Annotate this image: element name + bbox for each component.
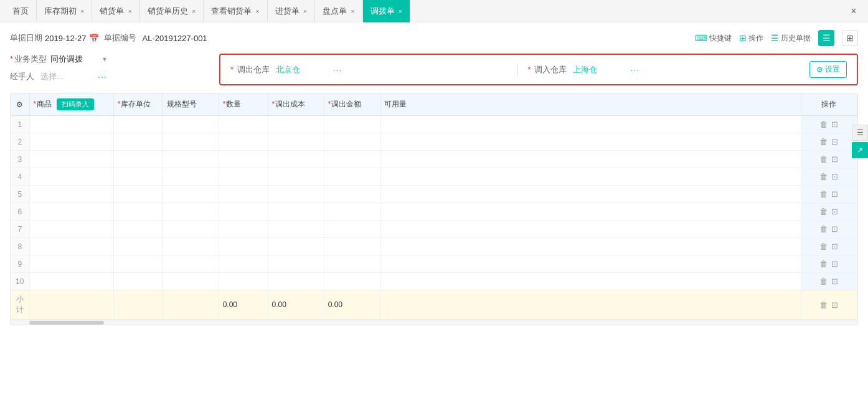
- cell-spec: [163, 168, 219, 186]
- calendar-icon[interactable]: 📅: [89, 34, 99, 43]
- cell-cost[interactable]: [268, 238, 324, 255]
- window-close-button[interactable]: ×: [844, 2, 863, 21]
- delete-icon[interactable]: 🗑: [819, 155, 828, 164]
- tab-purchase[interactable]: 进货单 ×: [268, 0, 315, 22]
- cell-amount[interactable]: [324, 221, 380, 238]
- settings-button[interactable]: ⚙ 设置: [809, 61, 847, 78]
- grid-view-btn[interactable]: ⊞: [842, 30, 858, 46]
- cell-qty[interactable]: [219, 221, 268, 238]
- copy-icon[interactable]: ⊡: [831, 300, 838, 310]
- warehouse-out-more-btn[interactable]: ···: [333, 65, 342, 75]
- tab-stocktake[interactable]: 盘点单 ×: [315, 0, 362, 22]
- copy-icon[interactable]: ⊡: [831, 224, 838, 234]
- tab-sales-history[interactable]: 销货单历史 ×: [140, 0, 204, 22]
- scrollbar[interactable]: [11, 320, 857, 325]
- cell-qty[interactable]: [219, 203, 268, 221]
- cell-amount[interactable]: [324, 168, 380, 186]
- copy-icon[interactable]: ⊡: [831, 242, 838, 251]
- warehouse-in-value[interactable]: 上海仓: [573, 64, 623, 75]
- cell-amount[interactable]: [324, 255, 380, 273]
- cell-qty[interactable]: [219, 133, 268, 151]
- list-view-btn[interactable]: ☰: [818, 30, 834, 46]
- tab-view-sales[interactable]: 查看销货单 ×: [204, 0, 267, 22]
- cell-amount[interactable]: [324, 116, 380, 133]
- copy-icon[interactable]: ⊡: [831, 189, 838, 199]
- delete-icon[interactable]: 🗑: [819, 224, 828, 234]
- cell-product[interactable]: [29, 273, 113, 290]
- cell-product[interactable]: [29, 203, 113, 221]
- delete-icon[interactable]: 🗑: [819, 277, 828, 286]
- copy-icon[interactable]: ⊡: [831, 120, 838, 129]
- cell-product[interactable]: [29, 221, 113, 238]
- cell-product[interactable]: [29, 238, 113, 255]
- cell-cost[interactable]: [268, 168, 324, 186]
- cell-cost[interactable]: [268, 186, 324, 203]
- delete-icon[interactable]: 🗑: [819, 120, 828, 129]
- shortcut-action[interactable]: ⌨ 快捷键: [695, 33, 732, 44]
- delete-icon[interactable]: 🗑: [819, 172, 828, 181]
- transfer-table: ⚙ *商品 扫码录入 *库存单位 规格型号 *数量 *调出成本: [11, 93, 857, 320]
- cell-amount[interactable]: [324, 133, 380, 151]
- tab-close-transfer[interactable]: ×: [399, 7, 402, 15]
- cell-qty[interactable]: [219, 238, 268, 255]
- copy-icon[interactable]: ⊡: [831, 172, 838, 181]
- copy-icon[interactable]: ⊡: [831, 155, 838, 164]
- cell-product[interactable]: [29, 255, 113, 273]
- tab-inventory[interactable]: 库存期初 ×: [37, 0, 92, 22]
- delete-icon[interactable]: 🗑: [819, 207, 828, 216]
- delete-icon[interactable]: 🗑: [819, 300, 828, 310]
- scan-button[interactable]: 扫码录入: [57, 98, 94, 110]
- right-panel-export-btn[interactable]: ↗: [852, 142, 868, 158]
- operation-action[interactable]: ⊞ 操作: [739, 33, 763, 44]
- cell-qty[interactable]: [219, 151, 268, 168]
- delete-icon[interactable]: 🗑: [819, 259, 828, 269]
- tab-home[interactable]: 首页: [5, 0, 37, 22]
- tab-close-stocktake[interactable]: ×: [351, 7, 354, 15]
- tab-close-sales[interactable]: ×: [128, 7, 131, 15]
- cell-qty[interactable]: [219, 116, 268, 133]
- tab-close-purchase[interactable]: ×: [303, 7, 307, 15]
- cell-amount[interactable]: [324, 186, 380, 203]
- right-panel-list-btn[interactable]: ☰: [852, 125, 868, 141]
- cell-amount[interactable]: [324, 238, 380, 255]
- copy-icon[interactable]: ⊡: [831, 207, 838, 216]
- copy-icon[interactable]: ⊡: [831, 259, 838, 269]
- cell-cost[interactable]: [268, 255, 324, 273]
- cell-qty[interactable]: [219, 186, 268, 203]
- cell-amount[interactable]: [324, 273, 380, 290]
- copy-icon[interactable]: ⊡: [831, 277, 838, 286]
- cell-cost[interactable]: [268, 151, 324, 168]
- warehouse-in-more-btn[interactable]: ···: [630, 65, 639, 75]
- delete-icon[interactable]: 🗑: [819, 242, 828, 251]
- warehouse-out-value[interactable]: 北京仓: [276, 64, 326, 75]
- cell-qty[interactable]: [219, 255, 268, 273]
- copy-icon[interactable]: ⊡: [831, 137, 838, 146]
- delete-icon[interactable]: 🗑: [819, 189, 828, 199]
- cell-qty[interactable]: [219, 273, 268, 290]
- handler-placeholder[interactable]: 选择...: [40, 71, 90, 82]
- cell-cost[interactable]: [268, 203, 324, 221]
- delete-icon[interactable]: 🗑: [819, 137, 828, 146]
- history-action[interactable]: ☰ 历史单据: [771, 33, 811, 44]
- cell-product[interactable]: [29, 133, 113, 151]
- business-type-select[interactable]: 同价调拨 ▾: [50, 54, 106, 65]
- tab-sales[interactable]: 销货单 ×: [92, 0, 139, 22]
- cell-product[interactable]: [29, 116, 113, 133]
- tab-transfer[interactable]: 调拨单 ×: [363, 0, 410, 22]
- th-settings[interactable]: ⚙: [11, 93, 29, 116]
- cell-qty[interactable]: [219, 168, 268, 186]
- cell-product[interactable]: [29, 151, 113, 168]
- handler-more-btn[interactable]: ···: [98, 72, 107, 82]
- tab-close-sales-history[interactable]: ×: [192, 7, 196, 15]
- cell-cost[interactable]: [268, 221, 324, 238]
- cell-cost[interactable]: [268, 273, 324, 290]
- cell-amount[interactable]: [324, 203, 380, 221]
- cell-product[interactable]: [29, 186, 113, 203]
- tab-close-view-sales[interactable]: ×: [255, 7, 259, 15]
- cell-action: 🗑⊡: [801, 186, 857, 203]
- tab-close-inventory[interactable]: ×: [80, 7, 84, 15]
- cell-product[interactable]: [29, 168, 113, 186]
- cell-cost[interactable]: [268, 116, 324, 133]
- cell-cost[interactable]: [268, 133, 324, 151]
- cell-amount[interactable]: [324, 151, 380, 168]
